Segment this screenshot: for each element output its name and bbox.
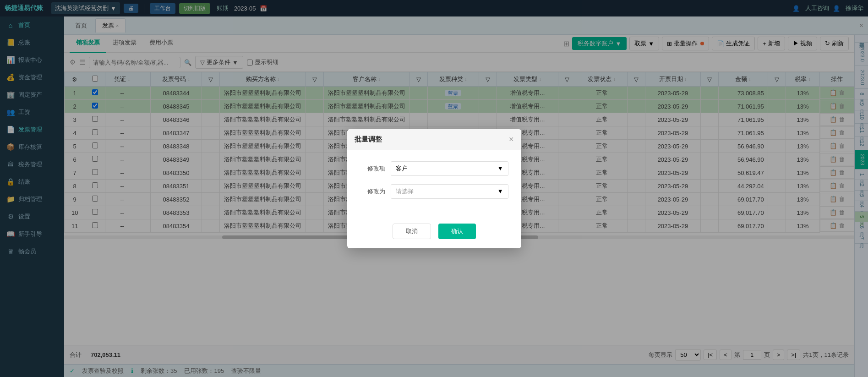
modal-overlay[interactable]: 批量调整 × 修改项 客户 ▼ 修改为 请选择 ▼ 取消 确认 <box>0 0 868 377</box>
chevron-down-icon: ▼ <box>497 165 503 172</box>
modal-footer: 取消 确认 <box>347 218 521 248</box>
modal-confirm-btn[interactable]: 确认 <box>438 224 476 239</box>
modal-header: 批量调整 × <box>347 129 521 150</box>
modal-field-row: 修改项 客户 ▼ <box>360 161 508 176</box>
modal-value-row: 修改为 请选择 ▼ <box>360 184 508 199</box>
modal-value-label: 修改为 <box>360 187 385 196</box>
modal-field-select[interactable]: 客户 ▼ <box>391 161 508 176</box>
chevron-down-icon: ▼ <box>497 188 503 195</box>
modal-cancel-btn[interactable]: 取消 <box>393 224 431 239</box>
modal-body: 修改项 客户 ▼ 修改为 请选择 ▼ <box>347 150 521 218</box>
modal-value-placeholder: 请选择 <box>396 187 414 196</box>
modal-field-value: 客户 <box>396 164 408 173</box>
modal-title: 批量调整 <box>355 135 382 144</box>
batch-adjust-modal: 批量调整 × 修改项 客户 ▼ 修改为 请选择 ▼ 取消 确认 <box>347 129 521 248</box>
modal-close-btn[interactable]: × <box>509 135 514 144</box>
modal-value-select[interactable]: 请选择 ▼ <box>391 184 508 199</box>
modal-field-label: 修改项 <box>360 164 385 173</box>
